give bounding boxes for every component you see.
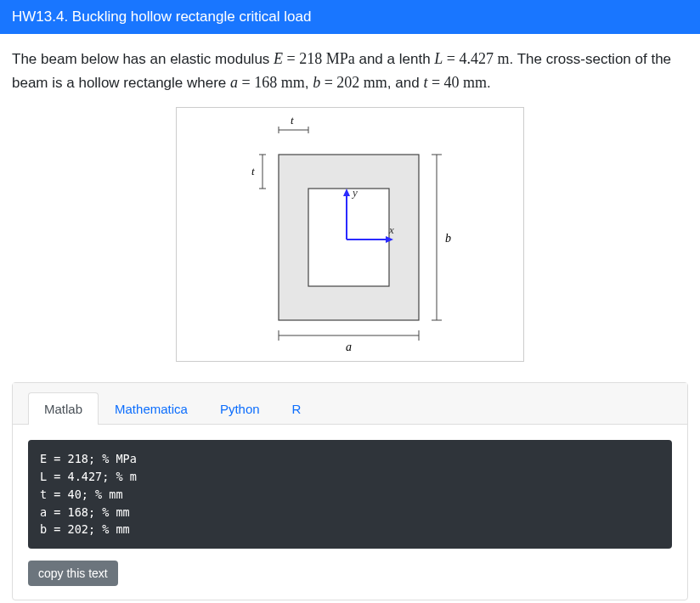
label-t-top: t	[291, 114, 294, 127]
unit: m	[494, 50, 510, 67]
val-a: 168	[254, 74, 277, 91]
tab-python[interactable]: Python	[204, 392, 276, 425]
text: .	[487, 75, 491, 91]
problem-statement: The beam below has an elastic modulus E …	[12, 48, 688, 95]
label-t-side: t	[251, 165, 255, 178]
tab-r[interactable]: R	[276, 392, 318, 425]
label-a: a	[346, 341, 352, 353]
content-area: The beam below has an elastic modulus E …	[0, 34, 700, 600]
var-a: a	[230, 74, 238, 91]
copy-button[interactable]: copy this text	[28, 561, 118, 586]
eq: =	[443, 50, 459, 67]
text: ,	[305, 75, 313, 91]
eq: =	[283, 50, 299, 67]
page-header: HW13.4. Buckling hollow rectangle critic…	[0, 0, 700, 34]
val-t: 40	[444, 74, 460, 91]
eq: =	[238, 74, 254, 91]
svg-rect-1	[308, 189, 389, 286]
code-body: E = 218; % MPa L = 4.427; % m t = 40; % …	[13, 425, 687, 600]
label-b: b	[445, 232, 451, 245]
text: The beam below has an elastic modulus	[12, 51, 274, 67]
unit: mm	[359, 74, 387, 91]
unit: mm	[460, 74, 488, 91]
var-b: b	[313, 74, 320, 91]
tab-matlab[interactable]: Matlab	[28, 392, 99, 425]
var-L: L	[434, 50, 443, 67]
code-block[interactable]: E = 218; % MPa L = 4.427; % m t = 40; % …	[28, 440, 672, 549]
unit: mm	[277, 74, 305, 91]
cross-section-svg: t t b	[177, 108, 524, 362]
tab-mathematica[interactable]: Mathematica	[99, 392, 204, 425]
val-b: 202	[336, 74, 359, 91]
text: , and	[387, 75, 424, 91]
eq: =	[427, 74, 443, 91]
label-x: x	[388, 223, 394, 236]
eq: =	[320, 74, 336, 91]
val-E: 218	[299, 50, 322, 67]
cross-section-figure: t t b	[176, 107, 524, 362]
code-card: Matlab Mathematica Python R E = 218; % M…	[12, 382, 688, 601]
label-y: y	[351, 186, 358, 199]
var-E: E	[274, 50, 283, 67]
text: and a lenth	[355, 51, 435, 67]
val-L: 4.427	[459, 50, 494, 67]
unit: MPa	[322, 50, 355, 67]
page-title: HW13.4. Buckling hollow rectangle critic…	[12, 8, 311, 25]
language-tabs: Matlab Mathematica Python R	[13, 383, 687, 425]
figure-container: t t b	[12, 107, 688, 362]
